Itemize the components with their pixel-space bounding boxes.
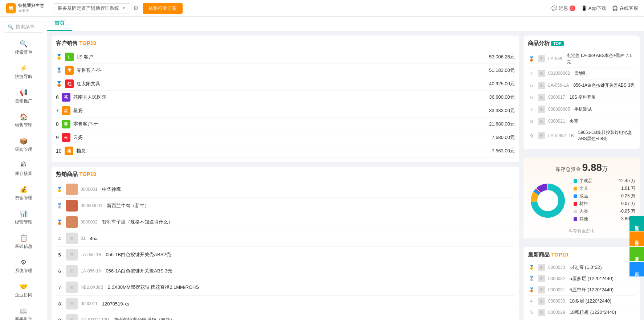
legend-name: 材料 xyxy=(579,201,619,207)
rank-name: 星扬 xyxy=(73,107,486,114)
trial-button[interactable]: 体验行业方案 xyxy=(143,3,183,14)
hot-rank-medal: 4 xyxy=(56,236,63,241)
analysis-item: 5 图 LA-056-1A 056-1A白色按键开关盖ABS 3壳 xyxy=(528,79,635,91)
hot-product-item: 9 图 KK-SD22110H 花语萌恒温分腿睡袋（厚款） xyxy=(56,312,515,320)
sidebar-item-shortcut[interactable]: ⚡快捷导航 xyxy=(0,60,47,84)
sidebar-item-search[interactable]: 🔍搜索菜单 xyxy=(0,36,47,60)
rank-avatar: 零 xyxy=(62,120,70,128)
rank-avatar: 档 xyxy=(65,147,73,155)
product-code: 0000001 xyxy=(81,187,98,192)
hot-product-item: 5 图 LA-056-1B 056-1B白色按键开关壳ABS2壳 xyxy=(56,247,515,263)
product-code: LA-056-1A xyxy=(81,268,101,274)
legend-dot xyxy=(574,217,577,221)
sidebar-item-operation[interactable]: 📊经营管理 xyxy=(0,205,47,230)
analysis-rank: 4 xyxy=(528,71,535,76)
nav-label-guide: 新手引导 xyxy=(15,316,32,320)
nav-label-sales: 销售管理 xyxy=(15,122,32,128)
mid-col: 客户销售 TOP10 🥇 L LS 客户 53,006.26元 🥈 零 零售客户… xyxy=(52,36,519,316)
system-selector[interactable]: 装备及固定资产辅助管理系统 ▼ xyxy=(53,3,130,13)
legend-name: 文具 xyxy=(579,185,619,192)
message-button[interactable]: 💬 消息 6 xyxy=(551,5,575,12)
np-code: 0000030 xyxy=(548,299,565,304)
rank-value: 53,006.26元 xyxy=(489,54,515,60)
new-product-item: 🥈 图 0000032 5厘多层 (1220*2440) xyxy=(528,273,635,284)
sidebar-item-guide[interactable]: 📖新手引导 xyxy=(0,303,47,320)
float-btn-desk[interactable]: 桌面 xyxy=(629,262,644,276)
analysis-rank: 🥉 xyxy=(528,56,535,62)
analysis-name: 电池盖 LA-089 ABS本色+黑种 7.1克 xyxy=(567,53,635,65)
float-btn-community[interactable]: 服务社区 xyxy=(629,231,644,246)
product-code: 000500001 xyxy=(81,203,102,208)
product-name: 45# xyxy=(90,236,98,241)
rank-value: 33,333.00元 xyxy=(489,107,515,114)
customer-rank-item: 10 档 档总 7,563.00元 xyxy=(56,144,515,158)
hot-rank-medal: 9 xyxy=(56,317,63,320)
sidebar-item-sales[interactable]: 🏠销售管理 xyxy=(0,108,47,133)
hot-product-item: 7 图 NB2.0X30B 2.0X30MM双摆花轴,摆花直径2.1MM/ROH… xyxy=(56,279,515,296)
tab-home[interactable]: 首页 xyxy=(47,17,72,31)
rank-name: 苍南县人民医院 xyxy=(73,94,486,100)
tab-bar: 首页 xyxy=(47,17,644,31)
search-menu: 🔍 搜索菜单 xyxy=(0,17,47,33)
rank-avatar: 云 xyxy=(62,133,70,142)
np-icon: 图 xyxy=(538,309,545,316)
float-btn-service[interactable]: 客服热线 xyxy=(629,216,644,231)
service-button[interactable]: 🎧 在线客服 xyxy=(612,5,638,12)
rank-name: 零售客户-于 xyxy=(73,121,486,127)
nav-icon-system: ⚙ xyxy=(21,258,27,266)
product-thumb: 图 xyxy=(66,265,78,277)
hot-product-item: 8 图 0000011 12070519-xs xyxy=(56,296,515,312)
product-code: 01 xyxy=(81,236,85,241)
product-name: 12070519-xs xyxy=(102,301,129,307)
nav-label-basic: 基础信息 xyxy=(15,243,32,250)
legend-value: -0.05 万 xyxy=(620,208,635,214)
legend-item: 肉类 -0.05 万 xyxy=(574,208,635,214)
customer-top10-title: 客户销售 TOP10 xyxy=(56,40,515,47)
analysis-code: 0000021 xyxy=(548,119,565,124)
nav-icon-shortcut: ⚡ xyxy=(20,64,28,72)
sidebar-item-inventory[interactable]: 🏛库存核算 xyxy=(0,157,47,181)
np-name: 18颗粒板 (1220*2440) xyxy=(570,309,616,316)
legend-name: 半成品 xyxy=(579,178,617,184)
nav-icon-finance: 💰 xyxy=(20,185,28,193)
system-name: 装备及固定资产辅助管理系统 xyxy=(58,5,119,12)
sidebar-item-system[interactable]: ⚙系统管理 xyxy=(0,254,47,278)
product-code: 0000002 xyxy=(81,220,98,225)
analysis-item: 8 图 0000021 夹壳 xyxy=(528,115,635,127)
legend-item: 文具 1.01 万 xyxy=(574,185,635,192)
legend-dot xyxy=(574,194,577,198)
sidebar-item-basic[interactable]: 📋基础信息 xyxy=(0,230,47,254)
legend-value: 0.07 万 xyxy=(621,201,635,207)
legend-value: 1.01 万 xyxy=(621,185,635,192)
analysis-rank: 6 xyxy=(528,95,535,100)
sidebar-item-purchase[interactable]: 📦采购管理 xyxy=(0,133,47,157)
hot-products-list: 🥇 0000001 中华神鹰 🥈 000500001 新西兰牛肉（新牛） 🥉 0… xyxy=(56,181,515,320)
np-rank: 🥇 xyxy=(528,265,535,270)
nav-icon-basic: 📋 xyxy=(20,234,28,242)
analysis-name: 59651-1B旋转投影灯电池盒ABS黑色+58壳 xyxy=(578,130,635,142)
hot-rank-medal: 5 xyxy=(56,252,63,258)
product-thumb: 图 xyxy=(66,314,78,320)
analysis-item: 7 图 000800005 手机测试 xyxy=(528,103,635,115)
float-btn-live[interactable]: 直播 xyxy=(629,247,644,261)
header-right: 💬 消息 6 📱 App下载 🎧 在线客服 xyxy=(551,5,638,12)
search-input[interactable]: 🔍 搜索菜单 xyxy=(4,21,43,33)
right-col: 商品分析 TOP 🥉 图 LA-089 电池盖 LA-089 ABS本色+黑种 … xyxy=(523,36,640,316)
gear-icon[interactable]: ⚙ xyxy=(133,5,138,12)
nav-icon-inventory: 🏛 xyxy=(20,161,27,169)
sidebar-item-company[interactable]: 🤝企业协同 xyxy=(0,278,47,303)
rank-medal: 🥇 xyxy=(56,54,62,60)
legend-dot xyxy=(574,187,577,190)
rank-name: 零售客户-许 xyxy=(77,67,486,74)
sidebar-item-marketing[interactable]: 📢营销推广 xyxy=(0,84,47,108)
svg-point-7 xyxy=(538,190,558,211)
new-product-item: 🥉 图 0000031 5厘中纤 (1220*2440) xyxy=(528,284,635,296)
app-download-button[interactable]: 📱 App下载 xyxy=(581,5,606,12)
sidebar-item-finance[interactable]: 💰资金管理 xyxy=(0,181,47,205)
legend-item: 材料 0.07 万 xyxy=(574,201,635,207)
search-label: 搜索菜单 xyxy=(16,24,34,30)
analysis-item: 6 图 0000017 10S 变料罗蛋 xyxy=(528,91,635,103)
analysis-code: LA-089 xyxy=(548,56,562,61)
new-product-item: 🥇 图 0000033 封边带 (1.0*22) xyxy=(528,262,635,273)
legend-dot xyxy=(574,179,577,183)
